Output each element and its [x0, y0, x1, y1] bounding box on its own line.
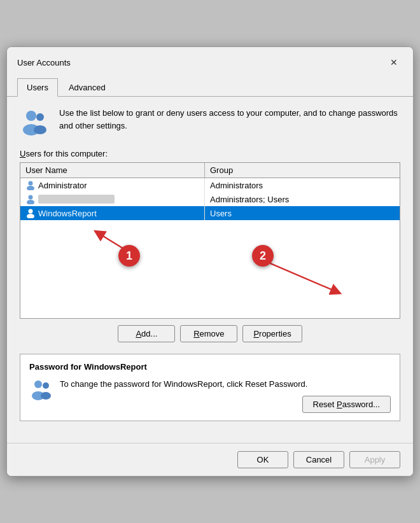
window-title: User Accounts [17, 58, 71, 67]
tabs-container: Users Advanced [7, 73, 413, 97]
table-annotation-wrapper: User Name Group Administrator [20, 162, 400, 319]
redacted-username [38, 195, 115, 204]
svg-point-5 [27, 186, 34, 190]
info-section: Use the list below to grant or deny user… [20, 107, 400, 137]
svg-point-12 [34, 380, 42, 388]
row-group: Administrators [205, 179, 400, 192]
user-icon [25, 180, 36, 190]
svg-point-0 [26, 111, 36, 121]
svg-point-14 [43, 382, 49, 389]
col-header-group: Group [205, 163, 400, 178]
table-row[interactable]: Administrator Administrators [20, 178, 400, 192]
svg-point-2 [36, 113, 44, 121]
svg-point-9 [27, 214, 34, 218]
table-row-selected[interactable]: WindowsReport Users [20, 206, 400, 220]
password-section: Password for WindowsReport To change the… [20, 354, 400, 421]
tab-users[interactable]: Users [17, 78, 58, 97]
user-icon [25, 194, 36, 204]
row-username: Administrator [20, 178, 205, 192]
user-accounts-window: User Accounts ✕ Users Advanced Use the l… [6, 46, 414, 477]
tab-content: Use the list below to grant or deny user… [7, 97, 413, 443]
row-group: Administrators; Users [205, 193, 400, 206]
svg-point-15 [41, 392, 51, 400]
user-table: User Name Group Administrator [20, 162, 400, 319]
ok-button[interactable]: OK [237, 451, 288, 468]
properties-button[interactable]: Properties [242, 325, 302, 342]
user-icon [25, 208, 36, 218]
add-button[interactable]: AAdd...dd... [118, 325, 175, 342]
action-buttons: AAdd...dd... Remove Properties [20, 325, 400, 342]
password-user-icon [29, 378, 52, 401]
users-icon [20, 107, 50, 137]
row-group: Users [205, 207, 400, 220]
password-description: To change the password for WindowsReport… [60, 378, 391, 391]
section-label-text: sers for this computer: [25, 149, 108, 158]
svg-point-8 [29, 209, 33, 214]
password-inner: To change the password for WindowsReport… [29, 378, 391, 413]
close-button[interactable]: ✕ [385, 53, 403, 71]
title-bar: User Accounts ✕ [7, 47, 413, 71]
svg-point-7 [27, 200, 34, 204]
bottom-buttons: OK Cancel Apply [7, 443, 413, 476]
info-text: Use the list below to grant or deny user… [59, 107, 400, 132]
tab-advanced[interactable]: Advanced [59, 78, 115, 97]
table-header: User Name Group [20, 163, 400, 178]
svg-point-4 [29, 181, 33, 186]
cancel-button[interactable]: Cancel [293, 451, 344, 468]
remove-button[interactable]: Remove [180, 325, 237, 342]
password-section-title: Password for WindowsReport [29, 362, 391, 372]
row-username: WindowsReport [20, 206, 205, 220]
table-row[interactable]: Administrators; Users [20, 192, 400, 206]
col-header-username: User Name [20, 163, 205, 178]
reset-password-button[interactable]: Reset Password... [302, 396, 391, 413]
svg-point-6 [29, 195, 33, 200]
table-body: Administrator Administrators [20, 178, 400, 318]
svg-point-3 [34, 125, 46, 134]
section-label: Users for this computer: [20, 149, 400, 158]
row-username [20, 192, 205, 206]
apply-button[interactable]: Apply [349, 451, 400, 468]
reset-btn-row: Reset Password... [60, 396, 391, 413]
password-content: To change the password for WindowsReport… [60, 378, 391, 413]
